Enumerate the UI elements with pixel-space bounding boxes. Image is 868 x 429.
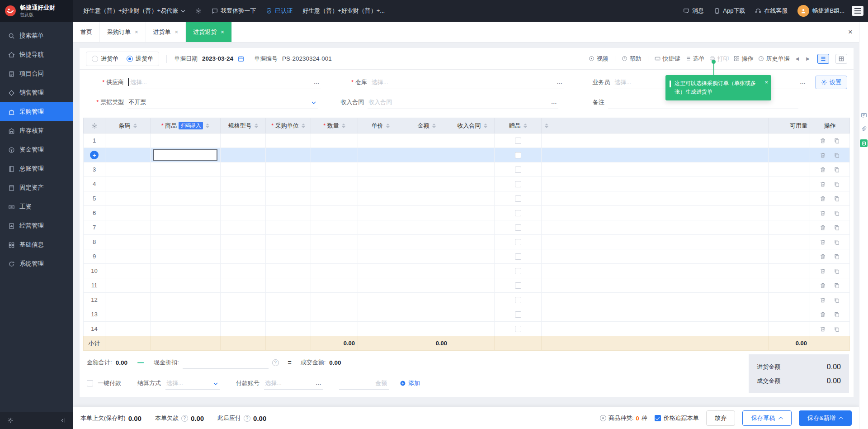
close-icon[interactable]: ×	[135, 29, 138, 35]
close-icon[interactable]: ×	[221, 29, 224, 35]
cell-product[interactable]	[151, 220, 221, 235]
cell-price[interactable]	[358, 307, 403, 322]
sidebar-item-system[interactable]: 系统管理	[0, 254, 73, 273]
table-row[interactable]: 12	[84, 293, 850, 307]
cell-barcode[interactable]	[105, 307, 151, 322]
sort-icon[interactable]	[386, 124, 390, 128]
cell-product[interactable]	[151, 133, 221, 148]
copy-row-icon[interactable]	[832, 136, 841, 145]
cell-unit[interactable]	[266, 162, 311, 177]
cell-income-contract[interactable]	[450, 177, 495, 191]
cell-spec[interactable]	[221, 220, 266, 235]
cell-income-contract[interactable]	[450, 220, 495, 235]
prev-arrow-icon[interactable]: ◀	[794, 56, 801, 61]
cell-qty[interactable]	[311, 133, 358, 148]
feedback-chat-icon[interactable]	[861, 112, 867, 119]
table-row[interactable]: 1	[84, 133, 850, 148]
tab-purchase-order[interactable]: 采购订单×	[100, 22, 146, 42]
doc-date-value[interactable]: 2023-03-24	[202, 55, 233, 62]
gift-checkbox[interactable]	[515, 138, 521, 144]
cell-income-contract[interactable]	[450, 191, 495, 206]
cell-price[interactable]	[358, 249, 403, 264]
cell-income-contract[interactable]	[450, 206, 495, 220]
delete-row-icon[interactable]	[818, 136, 827, 145]
topbar-settings-button[interactable]	[195, 8, 202, 14]
cell-product[interactable]	[151, 249, 221, 264]
gift-checkbox[interactable]	[515, 297, 521, 303]
attachment-icon[interactable]	[861, 126, 867, 132]
cell-amount[interactable]	[403, 191, 450, 206]
gift-checkbox[interactable]	[515, 167, 521, 173]
cell-unit[interactable]	[266, 307, 311, 322]
price-track-checkbox[interactable]	[655, 415, 661, 421]
cell-amount[interactable]	[403, 220, 450, 235]
sidebar-item-search-menu[interactable]: 搜索菜单	[0, 26, 73, 45]
cell-barcode[interactable]	[105, 177, 151, 191]
copy-row-icon[interactable]	[832, 180, 841, 189]
cell-qty[interactable]	[311, 264, 358, 278]
pay-account-picker-icon[interactable]	[316, 380, 322, 386]
save-and-new-button[interactable]: 保存&新增	[799, 410, 852, 426]
cell-barcode[interactable]	[105, 162, 151, 177]
delete-row-icon[interactable]	[818, 223, 827, 232]
sort-icon[interactable]	[342, 124, 345, 128]
copy-row-icon[interactable]	[832, 151, 841, 160]
cell-amount[interactable]	[403, 264, 450, 278]
cell-income-contract[interactable]	[450, 235, 495, 249]
cell-qty[interactable]	[311, 220, 358, 235]
discount-help-icon[interactable]	[272, 359, 279, 366]
cell-income-contract[interactable]	[450, 278, 495, 293]
cell-spec[interactable]	[221, 133, 266, 148]
help-icon[interactable]	[181, 415, 188, 422]
table-row[interactable]: 8	[84, 235, 850, 249]
cell-spec[interactable]	[221, 177, 266, 191]
sidebar-item-project-contract[interactable]: 项目合同	[0, 64, 73, 83]
cell-qty[interactable]	[311, 278, 358, 293]
sort-icon[interactable]	[302, 124, 305, 128]
cell-qty[interactable]	[311, 249, 358, 264]
gift-checkbox[interactable]	[515, 268, 521, 274]
cell-price[interactable]	[358, 264, 403, 278]
tab-home[interactable]: 首页	[73, 22, 100, 42]
cell-blank[interactable]	[542, 220, 769, 235]
cell-spec[interactable]	[221, 322, 266, 336]
help-button[interactable]: 帮助	[622, 55, 642, 63]
cell-product[interactable]	[151, 278, 221, 293]
cell-product[interactable]	[151, 235, 221, 249]
cell-unit[interactable]	[266, 220, 311, 235]
sort-icon[interactable]	[432, 124, 436, 128]
delete-row-icon[interactable]	[818, 180, 827, 189]
cell-spec[interactable]	[221, 191, 266, 206]
cell-price[interactable]	[358, 177, 403, 191]
gear-icon[interactable]	[7, 417, 14, 424]
sidebar-item-purchase[interactable]: 采购管理	[0, 102, 73, 121]
copy-row-icon[interactable]	[832, 267, 841, 276]
col-income-contract[interactable]: 收入合同	[450, 118, 495, 133]
sidebar-item-base-info[interactable]: 基础信息	[0, 235, 73, 254]
cell-barcode[interactable]	[105, 293, 151, 307]
cell-amount[interactable]	[403, 206, 450, 220]
cell-income-contract[interactable]	[450, 293, 495, 307]
cell-price[interactable]	[358, 162, 403, 177]
settle-method-select[interactable]	[165, 380, 220, 386]
cell-product[interactable]	[151, 307, 221, 322]
cell-spec[interactable]	[221, 278, 266, 293]
gift-checkbox[interactable]	[515, 326, 521, 332]
cell-unit[interactable]	[266, 293, 311, 307]
close-all-tabs-icon[interactable]: ×	[848, 28, 853, 37]
delete-row-icon[interactable]	[818, 238, 827, 247]
cell-spec[interactable]	[221, 162, 266, 177]
product-cell-editor[interactable]	[153, 149, 217, 161]
cell-unit[interactable]	[266, 133, 311, 148]
cell-barcode[interactable]	[105, 206, 151, 220]
gift-checkbox[interactable]	[515, 224, 521, 231]
copy-row-icon[interactable]	[832, 324, 841, 334]
cell-blank[interactable]	[542, 278, 769, 293]
cell-blank[interactable]	[542, 191, 769, 206]
cell-qty[interactable]	[311, 235, 358, 249]
workspace-switcher[interactable]: 好生意（普）+好业财（普）+易代账	[83, 7, 185, 15]
workspace-right-label[interactable]: 好生意（普）+好业财（普）+...	[302, 7, 385, 15]
cell-amount[interactable]	[403, 322, 450, 336]
cell-qty[interactable]	[311, 206, 358, 220]
pick-order-button[interactable]: 选单	[685, 55, 705, 63]
